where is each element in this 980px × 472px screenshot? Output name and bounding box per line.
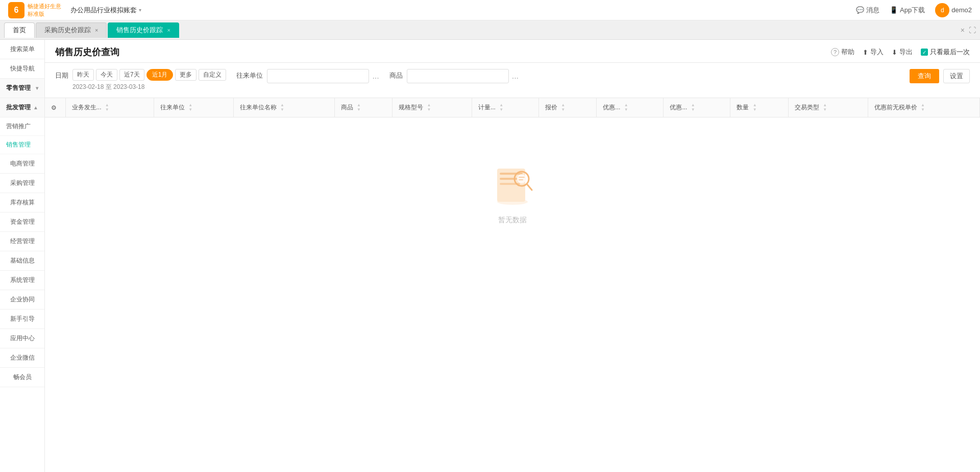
empty-state-icon bbox=[487, 158, 538, 209]
date-btn-7days[interactable]: 近7天 bbox=[119, 69, 144, 81]
sidebar-item-marketing[interactable]: 营销推广 bbox=[0, 117, 44, 136]
date-btn-1month[interactable]: 近1月 bbox=[146, 69, 174, 81]
date-options: 昨天 今天 近7天 近1月 更多 自定义 2023-02-18 至 2023-0… bbox=[72, 69, 226, 91]
product-input[interactable] bbox=[407, 69, 509, 83]
app-name: 畅捷通好生意 标准版 bbox=[28, 3, 61, 17]
page-header-actions: ? 帮助 ⬆ 导入 ⬇ 导出 ✓ 只看最后一次 bbox=[831, 48, 970, 57]
tab-purchase-history[interactable]: 采购历史价跟踪 × bbox=[36, 22, 107, 38]
window-close-button[interactable]: × bbox=[961, 26, 965, 34]
data-table: ⚙ 业务发生... ▲▼ 往来单位 ▲▼ 往来单位名称 ▲▼ bbox=[45, 98, 980, 117]
main-layout: 搜索菜单 快捷导航 零售管理 ▾ 批发管理 ▲ 营销推广 销售管理 电商管理 采… bbox=[0, 40, 980, 472]
table-col-partner-code[interactable]: 往来单位 ▲▼ bbox=[154, 98, 233, 117]
tab-purchase-history-close[interactable]: × bbox=[95, 27, 98, 33]
sidebar-item-retail-mgmt[interactable]: 零售管理 ▾ bbox=[0, 79, 44, 98]
partner-dots-btn[interactable]: ... bbox=[372, 72, 379, 81]
checkbox-icon: ✓ bbox=[921, 49, 928, 56]
sidebar: 搜索菜单 快捷导航 零售管理 ▾ 批发管理 ▲ 营销推广 销售管理 电商管理 采… bbox=[0, 40, 45, 472]
window-controls: × ⛶ bbox=[961, 26, 976, 34]
table-col-spec[interactable]: 规格型号 ▲▼ bbox=[393, 98, 472, 117]
sidebar-item-system-mgmt[interactable]: 系统管理 bbox=[0, 271, 44, 290]
table-col-partner-name[interactable]: 往来单位名称 ▲▼ bbox=[233, 98, 334, 117]
date-btn-today[interactable]: 今天 bbox=[96, 69, 117, 81]
date-filter-group: 日期 昨天 今天 近7天 近1月 更多 自定义 2023-02-18 至 202… bbox=[55, 69, 226, 91]
date-btn-yesterday[interactable]: 昨天 bbox=[72, 69, 94, 81]
partner-filter-group: 往来单位 ... bbox=[236, 69, 379, 83]
table-col-biz-date[interactable]: 业务发生... ▲▼ bbox=[65, 98, 154, 117]
sort-icon-partner-name: ▲▼ bbox=[280, 103, 284, 112]
table-col-pretax-price[interactable]: 优惠前无税单价 ▲▼ bbox=[868, 98, 979, 117]
product-dots-btn[interactable]: ... bbox=[512, 72, 519, 81]
table-col-quantity[interactable]: 数量 ▲▼ bbox=[730, 98, 788, 117]
sidebar-item-purchase-mgmt[interactable]: 采购管理 bbox=[0, 174, 44, 193]
date-btn-custom[interactable]: 自定义 bbox=[199, 69, 226, 81]
company-selector[interactable]: 办公用品行业模拟账套 ▾ bbox=[66, 6, 145, 15]
partner-input-group: ... bbox=[267, 69, 379, 83]
date-range-display: 2023-02-18 至 2023-03-18 bbox=[72, 83, 226, 91]
table-col-trade-type[interactable]: 交易类型 ▲▼ bbox=[788, 98, 868, 117]
table-col-unit[interactable]: 计量... ▲▼ bbox=[472, 98, 538, 117]
top-header: 6 畅捷通好生意 标准版 办公用品行业模拟账套 ▾ 💬 消息 📱 App下载 d… bbox=[0, 0, 980, 20]
table-col-settings[interactable]: ⚙ bbox=[45, 98, 65, 117]
query-button[interactable]: 查询 bbox=[910, 69, 939, 83]
sort-icon-discount1: ▲▼ bbox=[624, 103, 628, 112]
empty-text: 暂无数据 bbox=[498, 216, 527, 225]
import-icon: ⬆ bbox=[863, 49, 868, 56]
export-button[interactable]: ⬇ 导出 bbox=[892, 48, 913, 57]
tab-bar: 首页 采购历史价跟踪 × 销售历史价跟踪 × × ⛶ bbox=[0, 20, 980, 40]
app-download-button[interactable]: 📱 App下载 bbox=[890, 6, 925, 15]
sidebar-item-basic-info[interactable]: 基础信息 bbox=[0, 251, 44, 271]
product-filter-label: 商品 bbox=[389, 69, 403, 80]
tab-sales-history[interactable]: 销售历史价跟踪 × bbox=[108, 22, 179, 38]
sort-icon-spec: ▲▼ bbox=[427, 103, 431, 112]
filter-actions: 查询 设置 bbox=[910, 69, 970, 83]
sort-icon-discount2: ▲▼ bbox=[691, 103, 695, 112]
tab-home[interactable]: 首页 bbox=[4, 22, 35, 38]
message-icon: 💬 bbox=[856, 6, 864, 14]
settings-button[interactable]: 设置 bbox=[943, 69, 970, 83]
window-maximize-button[interactable]: ⛶ bbox=[969, 26, 976, 34]
table-header-row: ⚙ 业务发生... ▲▼ 往来单位 ▲▼ 往来单位名称 ▲▼ bbox=[45, 98, 980, 117]
sidebar-item-enterprise-wechat[interactable]: 企业微信 bbox=[0, 348, 44, 368]
tab-sales-history-close[interactable]: × bbox=[167, 27, 170, 33]
sidebar-item-inventory[interactable]: 库存核算 bbox=[0, 193, 44, 213]
export-icon: ⬇ bbox=[892, 49, 897, 56]
sort-icon-partner-code: ▲▼ bbox=[188, 103, 192, 112]
empty-state: 暂无数据 bbox=[45, 117, 980, 266]
sidebar-item-new-guide[interactable]: 新手引导 bbox=[0, 310, 44, 329]
sort-icon-quote: ▲▼ bbox=[561, 103, 565, 112]
partner-input[interactable] bbox=[267, 69, 369, 83]
retail-mgmt-arrow: ▾ bbox=[36, 85, 38, 91]
app-download-icon: 📱 bbox=[890, 6, 898, 14]
sidebar-item-app-center[interactable]: 应用中心 bbox=[0, 329, 44, 348]
only-last-checkbox[interactable]: ✓ 只看最后一次 bbox=[921, 48, 970, 57]
table-col-discount2[interactable]: 优惠... ▲▼ bbox=[664, 98, 730, 117]
sidebar-item-enterprise-coop[interactable]: 企业协同 bbox=[0, 290, 44, 310]
import-button[interactable]: ⬆ 导入 bbox=[863, 48, 884, 57]
table-settings-icon: ⚙ bbox=[51, 104, 57, 111]
svg-rect-2 bbox=[500, 173, 523, 175]
table-col-product[interactable]: 商品 ▲▼ bbox=[334, 98, 392, 117]
table-col-quote[interactable]: 报价 ▲▼ bbox=[538, 98, 596, 117]
sidebar-item-finance-mgmt[interactable]: 资金管理 bbox=[0, 213, 44, 232]
help-button[interactable]: ? 帮助 bbox=[831, 48, 854, 57]
header-left: 6 畅捷通好生意 标准版 办公用品行业模拟账套 ▾ bbox=[8, 2, 145, 18]
search-menu-label: 搜索菜单 bbox=[10, 45, 35, 54]
sidebar-item-member[interactable]: 畅会员 bbox=[0, 368, 44, 387]
sidebar-item-operations-mgmt[interactable]: 经营管理 bbox=[0, 232, 44, 251]
product-input-group: ... bbox=[407, 69, 519, 83]
content-area: 销售历史价查询 ? 帮助 ⬆ 导入 ⬇ 导出 ✓ 只看最后一次 bbox=[45, 40, 980, 472]
table-col-discount1[interactable]: 优惠... ▲▼ bbox=[597, 98, 664, 117]
page-header: 销售历史价查询 ? 帮助 ⬆ 导入 ⬇ 导出 ✓ 只看最后一次 bbox=[45, 40, 980, 63]
date-btn-more[interactable]: 更多 bbox=[175, 69, 197, 81]
sidebar-item-sales-mgmt[interactable]: 销售管理 bbox=[0, 136, 44, 154]
sort-icon-trade-type: ▲▼ bbox=[823, 103, 827, 112]
sort-icon-quantity: ▲▼ bbox=[753, 103, 757, 112]
table-container: ⚙ 业务发生... ▲▼ 往来单位 ▲▼ 往来单位名称 ▲▼ bbox=[45, 98, 980, 472]
sidebar-item-quick-nav[interactable]: 快捷导航 bbox=[0, 59, 44, 79]
company-dropdown-arrow: ▾ bbox=[139, 7, 141, 13]
sidebar-item-search-menu[interactable]: 搜索菜单 bbox=[0, 40, 44, 59]
sidebar-item-wholesale-mgmt[interactable]: 批发管理 ▲ bbox=[0, 98, 44, 117]
user-profile[interactable]: d demo2 bbox=[935, 3, 972, 17]
message-button[interactable]: 💬 消息 bbox=[856, 6, 879, 15]
sidebar-item-ecommerce-mgmt[interactable]: 电商管理 bbox=[0, 154, 44, 174]
